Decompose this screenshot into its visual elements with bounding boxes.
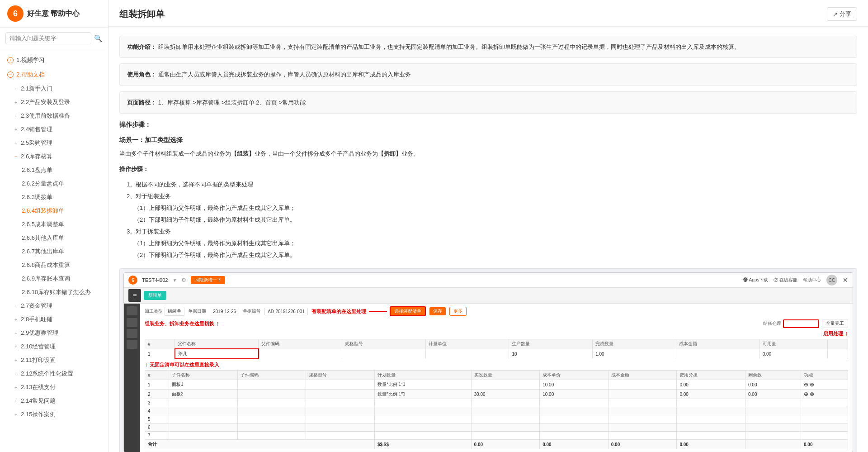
table-row: 7 bbox=[145, 432, 848, 440]
sidebar-item-inv265[interactable]: 2.6.5成本调整单 bbox=[0, 218, 108, 231]
feature-intro-label: 功能介绍： bbox=[127, 43, 156, 50]
sidebar-item-ops[interactable]: + 2.10经营管理 bbox=[0, 340, 108, 353]
mock-ltd-code2 bbox=[237, 390, 306, 399]
mock-warehouse-input[interactable] bbox=[783, 319, 819, 328]
mock-ltd-fee2: 0.00 bbox=[677, 390, 745, 399]
sub-expand-icon2: + bbox=[14, 303, 17, 309]
sidebar-item-inv263[interactable]: 2.6.3调拨单 bbox=[0, 190, 108, 204]
mock-btn-confirm: 全量完工 bbox=[822, 319, 848, 328]
sidebar-item-finance[interactable]: + 2.7资金管理 bbox=[0, 299, 108, 313]
sidebar-item-system[interactable]: + 2.12系统个性化设置 bbox=[0, 367, 108, 381]
steps-title: 操作步骤： bbox=[119, 163, 857, 175]
mock-th-unit: 计量单位 bbox=[425, 339, 509, 349]
sidebar-item-sales[interactable]: + 2.4销售管理 bbox=[0, 123, 108, 136]
sidebar-item-inv262[interactable]: 2.6.2分量盘点单 bbox=[0, 177, 108, 190]
sidebar-item-inv268[interactable]: 2.6.8商品成本重算 bbox=[0, 258, 108, 272]
sidebar-item-inv261[interactable]: 2.6.1盘点单 bbox=[0, 163, 108, 177]
mock-ltd-name: 面板1 bbox=[169, 380, 238, 390]
sidebar-item-inv269[interactable]: 2.6.9库存账本查询 bbox=[0, 272, 108, 285]
sidebar-item-docs[interactable]: − 2.帮助文档 bbox=[0, 67, 108, 82]
mock-ltd-act2: ⊕ ⊗ bbox=[801, 390, 848, 399]
mock-avatar: CC bbox=[826, 275, 837, 285]
path-block: 页面路径： 1、库存核算->库存管理->组装拆卸单 2、首页->常用功能 bbox=[119, 91, 857, 114]
screenshot-wrapper: 6 TEST-H002 ▼ ⚙ 同期新增一下 🅐 Apps下载 ② 在线客服 帮… bbox=[120, 269, 857, 452]
sidebar-item-print[interactable]: + 2.11打印设置 bbox=[0, 353, 108, 367]
screenshot-container: 6 TEST-H002 ▼ ⚙ 同期新增一下 🅐 Apps下载 ② 在线客服 帮… bbox=[119, 268, 857, 452]
mock-footer-c6: 0.00 bbox=[801, 440, 848, 449]
mock-sidebar-icon3 bbox=[127, 329, 137, 338]
mock-ltd-num: 1 bbox=[145, 380, 169, 390]
mock-ltd-price2: 10.00 bbox=[540, 390, 609, 399]
mock-annotation3: 启用处理 bbox=[823, 330, 843, 337]
mock-ltd-actual2: 30.00 bbox=[471, 390, 540, 399]
mock-ltd-fee: 0.00 bbox=[677, 380, 745, 390]
mock-btn-save: 保存 bbox=[429, 307, 446, 315]
sidebar-item-coupon[interactable]: + 2.9优惠券管理 bbox=[0, 326, 108, 340]
sidebar-item-inv264[interactable]: 2.6.4组装拆卸单 bbox=[0, 204, 108, 218]
sidebar-item-inv267[interactable]: 2.6.7其他出库单 bbox=[0, 245, 108, 258]
mock-company: TEST-H002 bbox=[142, 277, 168, 283]
mock-td-unit bbox=[425, 349, 509, 359]
mock-td-pqty: 10 bbox=[509, 349, 593, 359]
mock-close-icon: ✕ bbox=[843, 276, 848, 284]
sidebar-header: 6 好生意 帮助中心 bbox=[0, 0, 108, 28]
role-label: 使用角色： bbox=[127, 71, 156, 78]
mock-arrow3: ↑ bbox=[845, 330, 848, 337]
mock-lth-action: 功能 bbox=[801, 371, 848, 380]
sidebar-item-data[interactable]: + 2.3使用前数据准备 bbox=[0, 109, 108, 123]
search-icon[interactable]: 🔍 bbox=[94, 34, 103, 43]
mock-billno-label: 单据编号 bbox=[243, 308, 261, 314]
mock-lth-spec: 规格型号 bbox=[306, 371, 375, 380]
mock-annotation5: 无固定清单可以在这里直接录入 bbox=[150, 362, 219, 368]
sidebar-item-cases[interactable]: + 2.15操作案例 bbox=[0, 408, 108, 421]
mock-active-tab: 新聊单 bbox=[144, 291, 166, 300]
mock-ltd-spec bbox=[306, 380, 375, 390]
feature-intro-block: 功能介绍： 组装拆卸单用来处理企业组装或拆卸等加工业务，支持有固定装配清单的产品… bbox=[119, 36, 857, 58]
mock-sidebar-icon1 bbox=[127, 306, 137, 315]
path-label: 页面路径： bbox=[127, 99, 156, 106]
sidebar-item-faq[interactable]: + 2.14常见问题 bbox=[0, 394, 108, 408]
sidebar-item-inventory[interactable]: − 2.6库存核算 bbox=[0, 150, 108, 163]
mock-ltd-code bbox=[237, 380, 306, 390]
mock-th-avail: 可用量 bbox=[760, 339, 827, 349]
mock-ltd-act: ⊕ ⊗ bbox=[801, 380, 848, 390]
step3: 3、对于拆装业务 bbox=[127, 226, 857, 238]
sidebar-item-video[interactable]: + 1.视频学习 bbox=[0, 53, 108, 67]
table-row: 3 bbox=[145, 399, 848, 407]
sidebar-item-inv2610[interactable]: 2.6.10库存账本错了怎么办 bbox=[0, 285, 108, 299]
sidebar-item-payment[interactable]: + 2.13在线支付 bbox=[0, 381, 108, 394]
mock-ltd-plan2: 数量*比例 1*1 bbox=[374, 390, 471, 399]
mock-th-num: # bbox=[145, 339, 175, 349]
table-row: 1 茶几 10 1.00 0.00 bbox=[145, 349, 848, 359]
sidebar-item-purchase[interactable]: + 2.5采购管理 bbox=[0, 136, 108, 150]
search-box: 🔍 bbox=[0, 28, 108, 49]
search-input[interactable] bbox=[5, 32, 91, 44]
mock-lth-actual-qty: 实发数量 bbox=[471, 371, 540, 380]
sidebar-item-inv266[interactable]: 2.6.6其他入库单 bbox=[0, 231, 108, 245]
sub-expand-icon: + bbox=[14, 100, 17, 105]
mock-settings-icon: ⚙ bbox=[181, 277, 186, 283]
sidebar-item-install[interactable]: + 2.2产品安装及登录 bbox=[0, 95, 108, 109]
mock-th-spec: 规格型号 bbox=[342, 339, 425, 349]
mock-lth-child-code: 子件编码 bbox=[237, 371, 306, 380]
mock-lth-num: # bbox=[145, 371, 169, 380]
mock-lth-remain: 剩余数 bbox=[745, 371, 801, 380]
mock-arrow4: ↑ bbox=[216, 320, 219, 327]
sub-expand-icon: + bbox=[14, 140, 17, 146]
step2: 2、对于组装业务 bbox=[127, 190, 857, 202]
share-button[interactable]: ↗ 分享 bbox=[827, 7, 857, 21]
mock-upper-table: # 父件名称 父件编码 规格型号 计量单位 生产数量 完成数量 成本金额 可用量 bbox=[145, 339, 848, 359]
sub-expand-icon10: + bbox=[14, 412, 17, 417]
mock-ltd-price: 10.00 bbox=[540, 380, 609, 390]
mock-logo: 6 bbox=[128, 276, 137, 285]
main-content: 组装拆卸单 ↗ 分享 功能介绍： 组装拆卸单用来处理企业组装或拆卸等加工业务，支… bbox=[108, 0, 868, 452]
sidebar-item-new[interactable]: + 2.1新手入门 bbox=[0, 82, 108, 95]
sub-expand-icon: + bbox=[14, 127, 17, 132]
mock-btn-bom: 选择装配清单 bbox=[390, 306, 426, 316]
mock-footer-c2: 0.00 bbox=[540, 440, 609, 449]
mock-lth-plan-qty: 计划数量 bbox=[374, 371, 471, 380]
mock-menu-icon: ☰ bbox=[128, 289, 141, 302]
mock-th-parent-code: 父件编码 bbox=[259, 339, 342, 349]
mock-arrow-line1 bbox=[369, 311, 387, 312]
sidebar-item-mobile[interactable]: + 2.8手机旺铺 bbox=[0, 313, 108, 326]
